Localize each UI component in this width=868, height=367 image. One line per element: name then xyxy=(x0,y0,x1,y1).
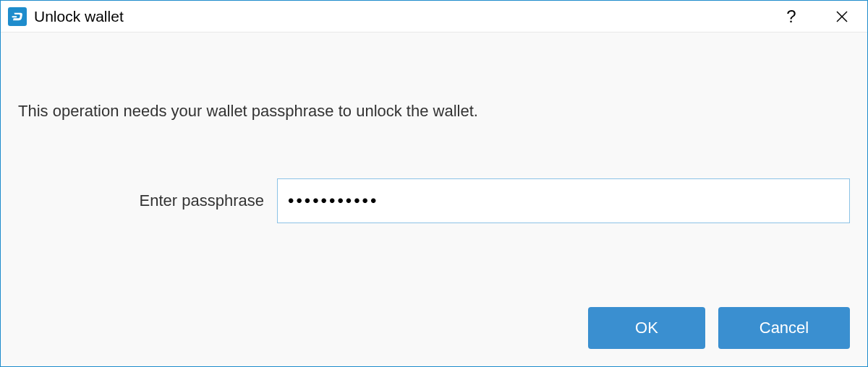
help-button[interactable]: ? xyxy=(766,1,817,32)
close-icon xyxy=(836,11,848,22)
instruction-text: This operation needs your wallet passphr… xyxy=(18,102,850,121)
dialog-content: This operation needs your wallet passphr… xyxy=(1,33,867,366)
unlock-wallet-dialog: Unlock wallet ? This operation needs you… xyxy=(0,0,868,367)
ok-button[interactable]: OK xyxy=(588,307,705,349)
button-row: OK Cancel xyxy=(18,307,850,349)
titlebar-controls: ? xyxy=(766,1,867,32)
cancel-button[interactable]: Cancel xyxy=(718,307,850,349)
passphrase-row: Enter passphrase xyxy=(18,178,850,223)
passphrase-input[interactable] xyxy=(277,178,850,223)
svg-rect-0 xyxy=(12,16,17,17)
close-button[interactable] xyxy=(817,1,867,32)
passphrase-label: Enter passphrase xyxy=(18,191,264,210)
titlebar: Unlock wallet ? xyxy=(1,1,867,33)
dash-app-icon xyxy=(8,7,27,26)
dialog-title: Unlock wallet xyxy=(34,8,766,25)
dash-logo-icon xyxy=(11,10,24,23)
